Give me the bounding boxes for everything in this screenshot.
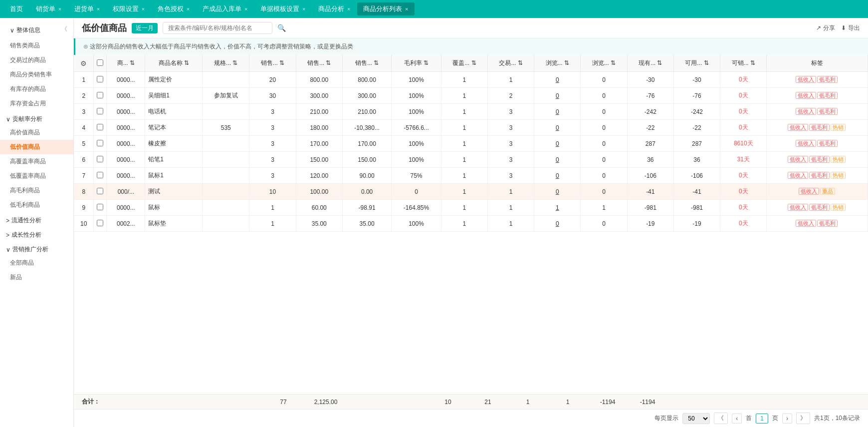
col-name[interactable]: 商品名称 ⇅ [145, 55, 203, 72]
current-page[interactable]: 1 [756, 414, 768, 424]
nav-template[interactable]: 单据模板设置 × [254, 2, 311, 15]
sidebar-item-sales-products[interactable]: 销售类商品 [0, 38, 73, 53]
first-page-btn[interactable]: 《 [714, 413, 728, 424]
period-badge[interactable]: 近一月 [132, 23, 158, 33]
col-gear[interactable]: ⚙ [74, 55, 94, 72]
cell-view1[interactable]: 0 [534, 168, 581, 184]
sidebar-item-high-coverage[interactable]: 高覆盖率商品 [0, 154, 73, 169]
select-all-checkbox[interactable] [97, 59, 103, 66]
col-stock2[interactable]: 可用... ⇅ [673, 55, 720, 72]
nav-purchase-close[interactable]: × [97, 6, 100, 12]
view1-link[interactable]: 0 [556, 172, 559, 179]
cell-view1[interactable]: 0 [534, 136, 581, 152]
row-checkbox[interactable] [97, 172, 103, 178]
nav-product-analysis-list[interactable]: 商品分析列表 × [357, 2, 414, 15]
col-cover[interactable]: 覆盖... ⇅ [441, 55, 487, 72]
nav-permission[interactable]: 权限设置 × [107, 2, 151, 15]
cell-view1[interactable]: 0 [534, 104, 581, 120]
view1-link[interactable]: 0 [556, 220, 559, 227]
sidebar-item-traded-products[interactable]: 交易过的商品 [0, 53, 73, 67]
sidebar-item-low-value[interactable]: 低价值商品 [0, 140, 73, 154]
cell-checkbox[interactable] [94, 152, 107, 168]
cell-view1[interactable]: 0 [534, 152, 581, 168]
last-page-btn[interactable]: 》 [796, 413, 810, 424]
nav-analysis-close[interactable]: × [347, 6, 350, 12]
col-sales2[interactable]: 销售... ⇅ [296, 55, 342, 72]
nav-product-close[interactable]: × [244, 6, 247, 12]
nav-role-auth[interactable]: 角色授权 × [152, 2, 196, 15]
cell-view1[interactable]: 0 [534, 216, 581, 232]
row-checkbox[interactable] [97, 76, 103, 82]
col-stock3[interactable]: 可销... ⇅ [720, 55, 767, 72]
view1-link[interactable]: 0 [556, 156, 559, 163]
view1-link[interactable]: 0 [556, 76, 559, 83]
row-checkbox[interactable] [97, 124, 103, 130]
sidebar-section-flow[interactable]: > 流通性分析 [0, 212, 73, 227]
cell-checkbox[interactable] [94, 120, 107, 136]
search-icon[interactable]: 🔍 [277, 24, 286, 32]
sidebar-item-all-products[interactable]: 全部商品 [0, 256, 73, 270]
view1-link[interactable]: 0 [556, 188, 559, 195]
export-button[interactable]: ⬇ 导出 [841, 24, 860, 32]
cell-view1[interactable]: 0 [534, 88, 581, 104]
row-checkbox[interactable] [97, 204, 103, 210]
view1-link[interactable]: 0 [556, 108, 559, 115]
nav-template-close[interactable]: × [302, 6, 305, 12]
col-view2[interactable]: 浏览... ⇅ [581, 55, 627, 72]
sidebar-item-low-margin[interactable]: 低毛利商品 [0, 198, 73, 212]
cell-checkbox[interactable] [94, 136, 107, 152]
cell-view1[interactable]: 1 [534, 200, 581, 216]
nav-sales-order[interactable]: 销货单 × [30, 2, 67, 15]
row-checkbox[interactable] [97, 92, 103, 98]
cell-checkbox[interactable] [94, 200, 107, 216]
gear-icon[interactable]: ⚙ [80, 59, 87, 67]
sidebar-item-stock-capital[interactable]: 库存资金占用 [0, 96, 73, 111]
col-sales3[interactable]: 销售... ⇅ [342, 55, 391, 72]
share-button[interactable]: ↗ 分享 [816, 24, 835, 32]
nav-home[interactable]: 首页 [4, 2, 29, 15]
page-size-select[interactable]: 50 100 200 [682, 413, 710, 424]
prev-page-btn[interactable]: ‹ [732, 414, 742, 424]
view1-link[interactable]: 0 [556, 124, 559, 131]
nav-purchase-order[interactable]: 进货单 × [68, 2, 106, 15]
cell-checkbox[interactable] [94, 184, 107, 200]
cell-checkbox[interactable] [94, 104, 107, 120]
row-checkbox[interactable] [97, 188, 103, 194]
cell-checkbox[interactable] [94, 216, 107, 232]
col-stock1[interactable]: 现有... ⇅ [627, 55, 673, 72]
col-gross[interactable]: 毛利率 ⇅ [392, 55, 441, 72]
sidebar-collapse-btn[interactable]: 《 [59, 23, 69, 35]
row-checkbox[interactable] [97, 156, 103, 162]
col-trade[interactable]: 交易... ⇅ [487, 55, 534, 72]
col-code[interactable]: 商... ⇅ [107, 55, 145, 72]
col-spec[interactable]: 规格... ⇅ [203, 55, 249, 72]
nav-sales-order-close[interactable]: × [58, 6, 61, 12]
next-page-btn[interactable]: › [782, 414, 792, 424]
view1-link[interactable]: 0 [556, 92, 559, 99]
view1-link[interactable]: 0 [556, 140, 559, 147]
sidebar-item-category-rate[interactable]: 商品分类销售率 [0, 67, 73, 82]
nav-product-storage[interactable]: 产成品入库单 × [197, 2, 253, 15]
nav-permission-close[interactable]: × [142, 6, 145, 12]
nav-product-analysis[interactable]: 商品分析 × [312, 2, 356, 15]
cell-view1[interactable]: 0 [534, 184, 581, 200]
cell-view1[interactable]: 0 [534, 72, 581, 88]
cell-checkbox[interactable] [94, 88, 107, 104]
sidebar-item-new-products[interactable]: 新品 [0, 270, 73, 285]
sidebar-section-growth[interactable]: > 成长性分析 [0, 227, 73, 241]
nav-role-close[interactable]: × [187, 6, 190, 12]
nav-list-close[interactable]: × [405, 6, 408, 12]
row-checkbox[interactable] [97, 108, 103, 114]
sidebar-item-in-stock[interactable]: 有库存的商品 [0, 82, 73, 96]
sidebar-item-high-value[interactable]: 高价值商品 [0, 125, 73, 140]
cell-checkbox[interactable] [94, 72, 107, 88]
row-checkbox[interactable] [97, 220, 103, 226]
view1-link[interactable]: 1 [556, 204, 559, 211]
cell-view1[interactable]: 0 [534, 120, 581, 136]
cell-checkbox[interactable] [94, 168, 107, 184]
col-view1[interactable]: 浏览... ⇅ [534, 55, 581, 72]
sidebar-item-high-margin[interactable]: 高毛利商品 [0, 183, 73, 198]
row-checkbox[interactable] [97, 140, 103, 146]
search-input[interactable] [163, 22, 272, 34]
col-sales1[interactable]: 销售... ⇅ [249, 55, 296, 72]
